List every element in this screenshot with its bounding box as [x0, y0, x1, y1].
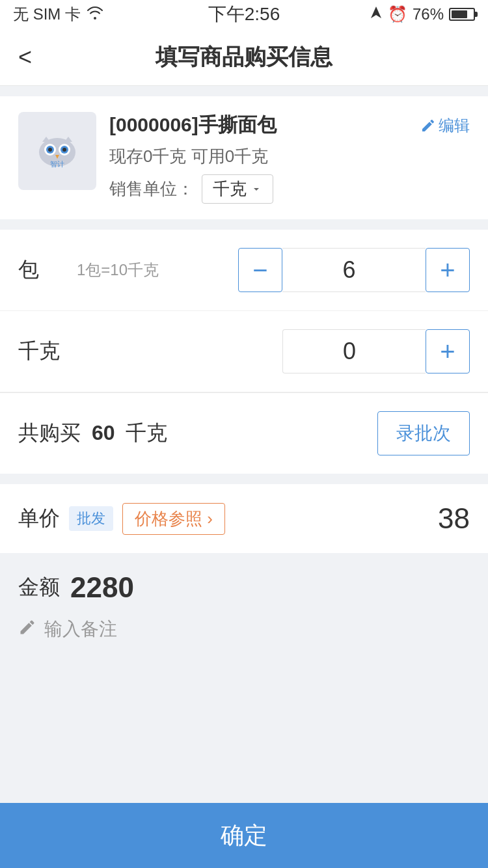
- status-left: 无 SIM 卡: [13, 4, 104, 25]
- form-row-bao: 包 1包=10千克 − +: [0, 230, 488, 311]
- battery-percent: 76%: [413, 5, 444, 23]
- price-ref-button[interactable]: 价格参照 ›: [122, 503, 225, 535]
- product-unit-row: 销售单位： 千克: [109, 174, 470, 204]
- carrier-label: 无 SIM 卡: [13, 4, 81, 25]
- form-row-kg: 千克 +: [0, 311, 488, 392]
- product-thumbnail: 智计: [18, 112, 96, 190]
- unit-value: 千克: [213, 178, 247, 200]
- note-row[interactable]: 输入备注: [18, 617, 470, 642]
- price-label: 单价: [18, 504, 60, 533]
- amount-value: 2280: [70, 571, 134, 604]
- bao-label: 包: [18, 256, 70, 284]
- batch-button[interactable]: 录批次: [377, 411, 470, 455]
- price-value: 38: [438, 502, 470, 535]
- total-unit: 千克: [126, 421, 167, 444]
- total-text: 共购买 60 千克: [18, 419, 167, 448]
- unit-select[interactable]: 千克: [202, 174, 273, 204]
- price-label-area: 单价 批发 价格参照 ›: [18, 503, 225, 535]
- price-row: 单价 批发 价格参照 › 38: [18, 502, 470, 535]
- total-prefix: 共购买: [18, 421, 81, 444]
- product-stock: 现存0千克 可用0千克: [109, 145, 470, 168]
- kg-label: 千克: [18, 337, 70, 366]
- svg-point-5: [48, 148, 52, 152]
- wifi-icon: [86, 5, 104, 23]
- bao-controls: − +: [238, 248, 470, 292]
- product-name: [0000006]手撕面包: [109, 112, 277, 139]
- kg-input[interactable]: [282, 329, 426, 373]
- status-right: ⏰ 76%: [370, 5, 475, 23]
- amount-label: 金额: [18, 573, 60, 602]
- alarm-icon: ⏰: [388, 5, 407, 23]
- svg-text:智计: 智计: [50, 160, 64, 168]
- total-value: 60: [92, 421, 115, 444]
- kg-plus-button[interactable]: +: [426, 329, 470, 373]
- nav-bar: < 填写商品购买信息: [0, 29, 488, 86]
- back-button[interactable]: <: [18, 44, 32, 71]
- product-info: [0000006]手撕面包 编辑 现存0千克 可用0千克 销售单位： 千克: [109, 112, 470, 204]
- status-bar: 无 SIM 卡 下午2:56 ⏰ 76%: [0, 0, 488, 29]
- bao-sublabel: 1包=10千克: [77, 260, 159, 280]
- price-badge: 批发: [69, 506, 113, 531]
- battery-icon: [449, 8, 475, 21]
- amount-section: 金额 2280 输入备注: [0, 553, 488, 660]
- status-time: 下午2:56: [208, 2, 280, 27]
- note-placeholder: 输入备注: [44, 617, 117, 642]
- pencil-icon: [18, 618, 36, 641]
- bao-plus-button[interactable]: +: [426, 248, 470, 292]
- svg-point-6: [62, 148, 66, 152]
- kg-controls: +: [282, 329, 470, 373]
- bao-input[interactable]: [282, 248, 426, 292]
- confirm-button[interactable]: 确定: [0, 803, 488, 868]
- amount-row: 金额 2280: [18, 571, 470, 604]
- price-section: 单价 批发 价格参照 › 38: [0, 484, 488, 553]
- total-row: 共购买 60 千克 录批次: [0, 392, 488, 474]
- form-section: 包 1包=10千克 − + 千克 + 共购买 60 千克 录批次: [0, 230, 488, 474]
- unit-label: 销售单位：: [109, 178, 194, 200]
- page-title: 填写商品购买信息: [156, 42, 332, 72]
- product-card: 智计 [0000006]手撕面包 编辑 现存0千克 可用0千克 销售单位： 千克: [0, 96, 488, 219]
- edit-button[interactable]: 编辑: [420, 115, 470, 136]
- location-icon: [370, 5, 383, 23]
- bao-minus-button[interactable]: −: [238, 248, 282, 292]
- edit-label: 编辑: [439, 115, 470, 136]
